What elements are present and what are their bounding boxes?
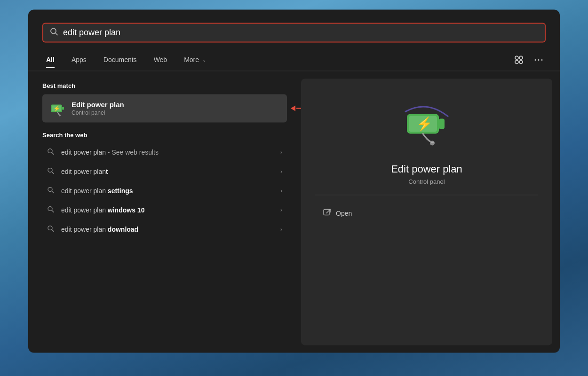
svg-rect-10 — [62, 107, 64, 110]
search-panel: edit power plan All Apps Documents Web M… — [28, 9, 560, 352]
web-result-item-5[interactable]: edit power plan download › — [42, 219, 287, 239]
svg-line-20 — [52, 191, 54, 193]
left-panel: Best match ⚡ — [28, 71, 301, 352]
open-icon — [323, 208, 331, 219]
svg-rect-26 — [439, 118, 445, 129]
tab-documents[interactable]: Documents — [95, 52, 145, 67]
web-result-text-4: edit power plan windows 10 — [61, 206, 275, 214]
svg-line-32 — [326, 209, 330, 213]
web-result-item-3[interactable]: edit power plan settings › — [42, 181, 287, 200]
svg-rect-31 — [324, 209, 329, 215]
web-result-text-1: edit power plan - See web results — [61, 149, 275, 156]
arrow-indicator — [291, 105, 301, 111]
svg-line-1 — [56, 33, 58, 35]
tabs-row: All Apps Documents Web More ⌄ — [28, 47, 560, 71]
svg-line-18 — [52, 172, 54, 173]
svg-point-8 — [541, 59, 543, 61]
search-icon-small-1 — [47, 148, 56, 157]
open-label: Open — [336, 210, 352, 217]
battery-icon-large: ⚡ — [398, 97, 455, 154]
result-title: Edit power plan — [391, 163, 462, 175]
ellipsis-icon-button[interactable] — [532, 53, 546, 67]
svg-rect-5 — [519, 60, 523, 63]
web-search-title: Search the web — [42, 132, 287, 139]
chevron-right-2: › — [280, 168, 282, 175]
person-icon-button[interactable] — [512, 53, 526, 67]
search-icon-small-5 — [47, 225, 56, 234]
chevron-right-1: › — [280, 149, 282, 156]
web-result-item-4[interactable]: edit power plan windows 10 › — [42, 200, 287, 219]
arrow-head — [291, 105, 295, 111]
svg-point-6 — [535, 59, 536, 61]
chevron-down-icon: ⌄ — [202, 57, 206, 63]
tab-more[interactable]: More ⌄ — [175, 52, 215, 67]
search-icon-small-2 — [47, 167, 56, 176]
right-panel-divider — [315, 195, 538, 195]
tab-apps[interactable]: Apps — [63, 52, 95, 67]
svg-rect-2 — [515, 56, 518, 59]
svg-line-22 — [52, 210, 54, 212]
best-match-text: Edit power plan Control panel — [72, 101, 280, 116]
web-result-text-3: edit power plan settings — [61, 187, 275, 195]
right-panel: ⚡ Edit power plan Control panel — [301, 78, 552, 345]
svg-point-7 — [538, 59, 540, 61]
tab-web[interactable]: Web — [145, 52, 176, 67]
tab-all[interactable]: All — [42, 52, 63, 67]
svg-line-13 — [57, 112, 59, 115]
web-result-text-5: edit power plan download — [61, 226, 275, 233]
chevron-right-3: › — [280, 188, 282, 194]
main-content: Best match ⚡ — [28, 71, 560, 352]
search-icon-small-3 — [47, 186, 56, 195]
chevron-right-5: › — [280, 226, 282, 233]
search-bar-row: edit power plan — [28, 9, 560, 47]
best-match-item-subtitle: Control panel — [72, 110, 280, 116]
search-input-wrapper[interactable]: edit power plan — [42, 23, 546, 42]
chevron-right-4: › — [280, 207, 282, 213]
svg-rect-3 — [519, 56, 523, 59]
search-icon — [50, 27, 58, 38]
arrow-line — [296, 108, 301, 109]
result-subtitle: Control panel — [408, 178, 445, 185]
best-match-title: Best match — [42, 82, 287, 89]
svg-line-16 — [52, 152, 54, 154]
best-match-icon: ⚡ — [49, 100, 66, 117]
svg-rect-4 — [515, 60, 518, 63]
open-button[interactable]: Open — [315, 204, 359, 222]
web-result-item-1[interactable]: edit power plan - See web results › — [42, 142, 287, 162]
svg-point-14 — [59, 114, 61, 116]
svg-text:⚡: ⚡ — [416, 116, 433, 132]
best-match-item[interactable]: ⚡ Edit power plan Control panel — [42, 94, 287, 122]
search-icon-small-4 — [47, 205, 56, 214]
tab-icons-area — [512, 49, 546, 70]
search-input[interactable]: edit power plan — [63, 28, 538, 38]
web-result-text-2: edit power plant — [61, 168, 275, 175]
svg-text:⚡: ⚡ — [53, 105, 60, 112]
best-match-item-title: Edit power plan — [72, 101, 280, 109]
svg-line-24 — [52, 229, 54, 231]
svg-rect-30 — [431, 141, 434, 143]
web-result-item-2[interactable]: edit power plant › — [42, 162, 287, 181]
